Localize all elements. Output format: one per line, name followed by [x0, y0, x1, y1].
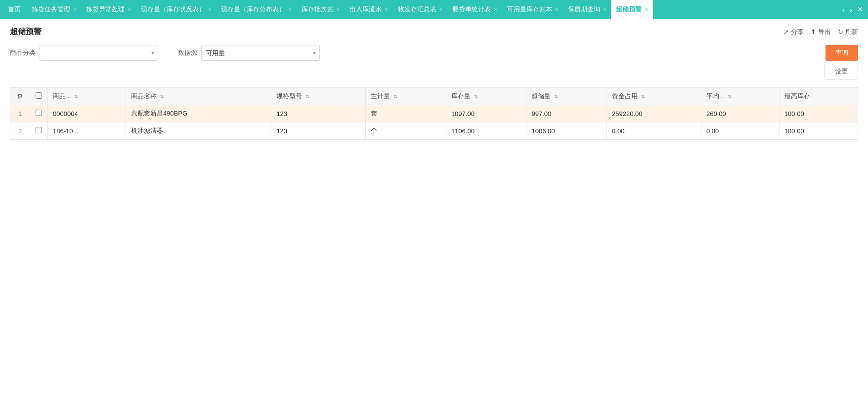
tab-chaochuyujing[interactable]: 超储预警 × — [611, 0, 652, 19]
filter-buttons: 查询 设置 — [825, 45, 858, 79]
th-stock-label: 库存量 — [451, 92, 471, 100]
row-checkbox[interactable] — [36, 110, 42, 116]
cell-avg: 260.00 — [701, 105, 780, 122]
settings-button[interactable]: 设置 — [825, 64, 858, 79]
cell-unit: 个 — [366, 122, 446, 140]
refresh-icon: ↻ — [838, 28, 843, 36]
page-header: 超储预警 ➚ 分享 ⬆ 导出 ↻ 刷新 — [10, 27, 858, 37]
th-product-code[interactable]: 商品... ⇅ — [48, 88, 126, 105]
sort-icon: ⇅ — [305, 94, 309, 99]
cell-capital: 0.00 — [607, 122, 701, 140]
share-icon: ➚ — [783, 28, 789, 36]
close-icon[interactable]: × — [494, 6, 497, 12]
tab-yaohuo[interactable]: 要货单统计表 × — [447, 0, 502, 19]
close-icon[interactable]: × — [385, 6, 388, 12]
close-icon[interactable]: × — [208, 6, 211, 12]
sort-icon: ⇅ — [641, 94, 645, 99]
close-icon[interactable]: × — [73, 6, 76, 12]
filter-category: 商品分类 — [10, 45, 158, 61]
table-row: 1 0000004 六配套新昌490BPG 123 套 1097.00 997.… — [10, 105, 858, 122]
row-checkbox-cell — [30, 105, 48, 122]
sort-icon: ⇅ — [554, 94, 558, 99]
th-unit-label: 主计量 — [371, 92, 390, 100]
cell-stock: 1106.00 — [446, 122, 526, 140]
tab-keyongliang[interactable]: 可用量库存账本 × — [502, 0, 563, 19]
th-unit[interactable]: 主计量 ⇅ — [366, 88, 446, 105]
close-icon[interactable]: × — [337, 6, 340, 12]
cell-overstock: 997.00 — [526, 105, 607, 122]
tab-jianhuorenwu[interactable]: 拣货任务管理 × — [27, 0, 81, 19]
tab-churukuliushui[interactable]: 出入库流水 × — [345, 0, 392, 19]
share-button[interactable]: ➚ 分享 — [783, 28, 804, 37]
query-button[interactable]: 查询 — [825, 45, 858, 61]
row-checkbox[interactable] — [36, 127, 42, 133]
export-icon: ⬆ — [811, 28, 816, 36]
th-capital[interactable]: 资金占用 ⇅ — [607, 88, 701, 105]
th-settings[interactable]: ⚙ — [10, 88, 30, 105]
close-icon[interactable]: × — [555, 6, 558, 12]
cell-unit: 套 — [366, 105, 446, 122]
nav-home[interactable]: 首页 — [2, 5, 27, 14]
arrow-left-icon[interactable]: ‹ — [840, 5, 847, 14]
th-avg[interactable]: 平均... ⇅ — [701, 88, 780, 105]
th-max-stock[interactable]: 最高库存 — [779, 88, 858, 105]
tab-nav-arrows: ‹ › ✕ — [840, 5, 866, 14]
row-checkbox-cell — [30, 122, 48, 140]
cell-max-stock: 100.00 — [779, 105, 858, 122]
datasource-label: 数据源 — [178, 48, 197, 57]
cell-product-code: 186-10... — [48, 122, 126, 140]
tab-xiancunliang2[interactable]: 现存量（库存分布表） × — [216, 0, 296, 19]
th-product-name[interactable]: 商品名称 ⇅ — [126, 88, 271, 105]
th-spec[interactable]: 规格型号 ⇅ — [271, 88, 366, 105]
sort-icon: ⇅ — [160, 94, 164, 99]
cell-product-name: 六配套新昌490BPG — [126, 105, 271, 122]
close-icon[interactable]: × — [439, 6, 442, 12]
page-title: 超储预警 — [10, 27, 42, 37]
th-stock[interactable]: 库存量 ⇅ — [446, 88, 526, 105]
sort-icon: ⇅ — [474, 94, 478, 99]
th-max-stock-label: 最高库存 — [784, 92, 810, 100]
th-avg-label: 平均... — [706, 92, 725, 100]
tab-jianhuoyichang[interactable]: 拣货异常处理 × — [81, 0, 135, 19]
filter-datasource: 数据源 可用量 — [178, 45, 320, 61]
datasource-select[interactable]: 可用量 — [201, 45, 320, 61]
cell-product-code: 0000004 — [48, 105, 126, 122]
refresh-button[interactable]: ↻ 刷新 — [838, 28, 858, 37]
cell-avg: 0.00 — [701, 122, 780, 140]
export-button[interactable]: ⬆ 导出 — [811, 28, 831, 37]
th-overstock[interactable]: 超储量 ⇅ — [526, 88, 607, 105]
tab-xiancunliang1[interactable]: 现存量（库存状况表） × — [136, 0, 216, 19]
settings-gear-icon: ⚙ — [17, 92, 23, 100]
arrow-right-icon[interactable]: › — [847, 5, 855, 14]
th-checkbox — [30, 88, 48, 105]
close-icon[interactable]: × — [603, 6, 606, 12]
tab-shoufacun[interactable]: 收发存汇总表 × — [393, 0, 447, 19]
datasource-select-wrapper: 可用量 — [201, 45, 320, 61]
arrow-expand-icon[interactable]: ✕ — [855, 5, 866, 14]
th-spec-label: 规格型号 — [276, 92, 302, 100]
close-icon[interactable]: × — [645, 6, 648, 12]
select-all-checkbox[interactable] — [36, 92, 42, 99]
category-select[interactable] — [40, 45, 158, 61]
sort-icon: ⇅ — [74, 94, 78, 99]
data-table: ⚙ 商品... ⇅ 商品名称 ⇅ 规格型号 ⇅ 主计量 — [10, 87, 858, 140]
close-icon[interactable]: × — [288, 6, 291, 12]
tab-kucunpici[interactable]: 库存批次账 × — [297, 0, 345, 19]
cell-product-name: 机油滤清器 — [126, 122, 271, 140]
cell-capital: 259220.00 — [607, 105, 701, 122]
filter-area: 商品分类 数据源 可用量 查询 设置 — [10, 45, 858, 79]
th-product-code-label: 商品... — [53, 92, 71, 100]
sort-icon: ⇅ — [393, 94, 397, 99]
th-overstock-label: 超储量 — [531, 92, 551, 100]
table-row: 2 186-10... 机油滤清器 123 个 1106.00 1006.00 … — [10, 122, 858, 140]
cell-spec: 123 — [271, 122, 366, 140]
cell-stock: 1097.00 — [446, 105, 526, 122]
row-num: 2 — [10, 122, 30, 140]
sort-icon: ⇅ — [728, 94, 732, 99]
close-icon[interactable]: × — [128, 6, 130, 12]
tab-baozhi[interactable]: 保质期查询 × — [563, 0, 611, 19]
topbar: 首页 拣货任务管理 × 拣货异常处理 × 现存量（库存状况表） × 现存量（库存… — [0, 0, 868, 19]
main-content: 超储预警 ➚ 分享 ⬆ 导出 ↻ 刷新 商品分类 — [0, 19, 868, 395]
th-product-name-label: 商品名称 — [131, 92, 157, 100]
th-capital-label: 资金占用 — [612, 92, 638, 100]
